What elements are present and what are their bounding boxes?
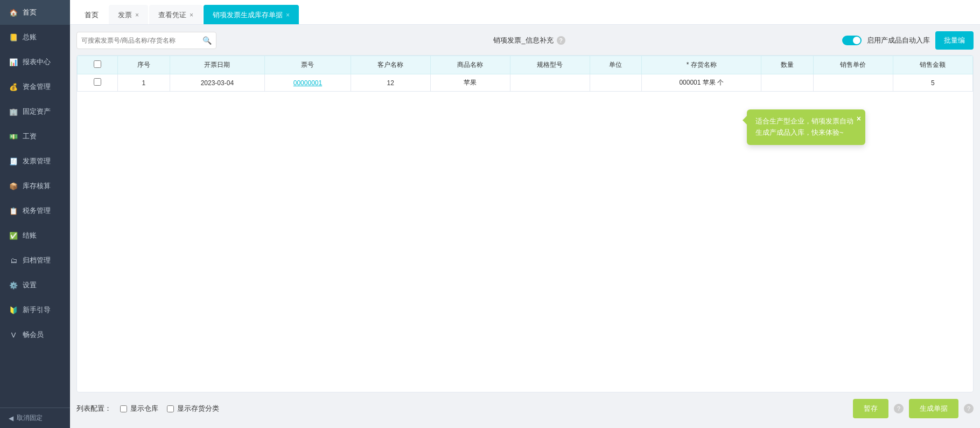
sidebar-item-label: 新手引导 bbox=[23, 305, 51, 315]
show-category-label: 显示存货分类 bbox=[177, 404, 219, 413]
tab-view-voucher[interactable]: 查看凭证 × bbox=[149, 5, 202, 24]
search-input[interactable] bbox=[81, 37, 199, 44]
sidebar-item-home[interactable]: 🏠 首页 bbox=[0, 0, 70, 25]
tab-invoice-label: 发票 bbox=[118, 10, 132, 20]
batch-button[interactable]: 批量编 bbox=[935, 31, 974, 50]
tab-sales-invoice-close[interactable]: × bbox=[286, 11, 290, 19]
right-controls: 启用产成品自动入库 批量编 bbox=[842, 31, 974, 50]
row-ticket-no[interactable]: 00000001 bbox=[265, 74, 351, 92]
sidebar-item-label: 税务管理 bbox=[23, 206, 51, 216]
col-date: 开票日期 bbox=[170, 56, 265, 74]
tab-sales-invoice-label: 销项发票生成库存单据 bbox=[213, 10, 283, 20]
bottom-bar: 列表配置： 显示仓库 显示存货分类 暂存 ? 生成单据 ? bbox=[76, 392, 974, 422]
tab-sales-invoice[interactable]: 销项发票生成库存单据 × bbox=[204, 5, 299, 24]
sidebar-item-label: 发票管理 bbox=[23, 156, 51, 166]
list-config-label: 列表配置： bbox=[76, 404, 111, 413]
sidebar-item-fund-mgmt[interactable]: 💰 资金管理 bbox=[0, 74, 70, 99]
archive-icon: 🗂 bbox=[9, 256, 18, 265]
info-help-icon[interactable]: ? bbox=[557, 36, 565, 45]
row-customer: 12 bbox=[351, 74, 430, 92]
home-icon: 🏠 bbox=[9, 8, 18, 17]
sidebar-item-archive[interactable]: 🗂 归档管理 bbox=[0, 248, 70, 273]
tab-invoice[interactable]: 发票 × bbox=[109, 5, 148, 24]
sidebar-item-payroll[interactable]: 💵 工资 bbox=[0, 124, 70, 149]
col-qty: 数量 bbox=[761, 56, 813, 74]
ledger-icon: 📒 bbox=[9, 32, 18, 42]
tab-view-voucher-label: 查看凭证 bbox=[158, 10, 186, 20]
info-section: 销项发票_信息补充 ? bbox=[493, 36, 565, 45]
generate-help-icon[interactable]: ? bbox=[964, 404, 974, 413]
sidebar-item-tax-mgmt[interactable]: 📋 税务管理 bbox=[0, 198, 70, 223]
sidebar-item-label: 报表中心 bbox=[23, 57, 51, 67]
sidebar-item-fixed-assets[interactable]: 🏢 固定资产 bbox=[0, 99, 70, 124]
sidebar-item-reports[interactable]: 📊 报表中心 bbox=[0, 50, 70, 74]
sidebar-item-inventory[interactable]: 📦 库存核算 bbox=[0, 174, 70, 198]
tab-bar: 首页 发票 × 查看凭证 × 销项发票生成库存单据 × bbox=[70, 0, 980, 25]
sidebar-item-label: 设置 bbox=[23, 280, 37, 290]
col-ticket-no: 票号 bbox=[265, 56, 351, 74]
info-title: 销项发票_信息补充 bbox=[493, 36, 553, 45]
sidebar-item-label: 畅会员 bbox=[23, 330, 44, 340]
sidebar-unpin[interactable]: ◀ 取消固定 bbox=[0, 408, 70, 428]
sidebar-item-settings[interactable]: ⚙️ 设置 bbox=[0, 273, 70, 298]
data-table: 序号 开票日期 票号 客户名称 商品名称 规格型号 单位 * 存货名称 数量 销… bbox=[77, 56, 973, 92]
settle-icon: ✅ bbox=[9, 231, 18, 240]
sidebar-item-general-ledger[interactable]: 📒 总账 bbox=[0, 25, 70, 50]
table-row: 1 2023-03-04 00000001 12 苹果 000001 苹果 个 … bbox=[78, 74, 973, 92]
sidebar-item-vip[interactable]: V 畅会员 bbox=[0, 322, 70, 347]
tooltip-popup: × 适合生产型企业，销项发票自动生成产成品入库，快来体验~ bbox=[747, 109, 865, 145]
search-box[interactable]: 🔍 bbox=[76, 32, 216, 49]
reports-icon: 📊 bbox=[9, 57, 18, 67]
row-qty bbox=[761, 74, 813, 92]
row-checkbox-cell[interactable] bbox=[78, 74, 118, 92]
guide-icon: 🔰 bbox=[9, 305, 18, 315]
col-product: 商品名称 bbox=[430, 56, 510, 74]
sidebar-item-guide[interactable]: 🔰 新手引导 bbox=[0, 298, 70, 322]
row-date: 2023-03-04 bbox=[170, 74, 265, 92]
show-warehouse-group[interactable]: 显示仓库 bbox=[120, 404, 158, 413]
col-unit-price: 销售单价 bbox=[813, 56, 893, 74]
save-help-icon[interactable]: ? bbox=[894, 404, 904, 413]
vip-icon: V bbox=[9, 330, 18, 340]
row-checkbox[interactable] bbox=[94, 78, 101, 86]
show-warehouse-label: 显示仓库 bbox=[130, 404, 158, 413]
ticket-link[interactable]: 00000001 bbox=[293, 79, 322, 87]
table-container: 序号 开票日期 票号 客户名称 商品名称 规格型号 单位 * 存货名称 数量 销… bbox=[76, 55, 974, 392]
show-warehouse-checkbox[interactable] bbox=[120, 405, 127, 412]
col-amount: 销售金额 bbox=[893, 56, 972, 74]
sidebar-item-label: 工资 bbox=[23, 132, 37, 141]
show-category-checkbox[interactable] bbox=[167, 405, 174, 412]
unpin-icon: ◀ bbox=[9, 415, 13, 422]
row-spec bbox=[510, 74, 590, 92]
row-inventory[interactable]: 000001 苹果 个 bbox=[642, 74, 761, 92]
sidebar-item-label: 库存核算 bbox=[23, 181, 51, 191]
sidebar-item-label: 首页 bbox=[23, 8, 37, 17]
content: 🔍 销项发票_信息补充 ? 启用产成品自动入库 批量编 序号 开票日期 bbox=[70, 25, 980, 428]
sidebar-item-label: 归档管理 bbox=[23, 256, 51, 265]
unpin-label: 取消固定 bbox=[17, 413, 43, 423]
row-seq: 1 bbox=[118, 74, 170, 92]
generate-button[interactable]: 生成单据 bbox=[909, 399, 958, 418]
show-category-group[interactable]: 显示存货分类 bbox=[167, 404, 219, 413]
auto-warehouse-toggle[interactable] bbox=[842, 36, 862, 45]
sidebar-item-invoice-mgmt[interactable]: 🧾 发票管理 bbox=[0, 149, 70, 174]
tab-invoice-close[interactable]: × bbox=[135, 11, 139, 19]
sidebar-item-label: 总账 bbox=[23, 32, 37, 42]
row-product: 苹果 bbox=[430, 74, 510, 92]
tab-view-voucher-close[interactable]: × bbox=[190, 11, 193, 19]
row-unit-price bbox=[813, 74, 893, 92]
bottom-actions: 暂存 ? 生成单据 ? bbox=[853, 399, 974, 418]
search-icon: 🔍 bbox=[202, 36, 212, 45]
invoice-icon: 🧾 bbox=[9, 156, 18, 166]
sidebar: 🏠 首页 📒 总账 📊 报表中心 💰 资金管理 🏢 固定资产 💵 工资 🧾 发票… bbox=[0, 0, 70, 428]
tab-home[interactable]: 首页 bbox=[75, 5, 108, 24]
tooltip-close[interactable]: × bbox=[857, 113, 861, 125]
main-area: 首页 发票 × 查看凭证 × 销项发票生成库存单据 × 🔍 销项发票_信息补充 … bbox=[70, 0, 980, 428]
sidebar-item-settle[interactable]: ✅ 结账 bbox=[0, 223, 70, 248]
sidebar-item-label: 资金管理 bbox=[23, 82, 51, 92]
select-all-checkbox[interactable] bbox=[94, 60, 101, 68]
row-unit bbox=[590, 74, 641, 92]
col-checkbox[interactable] bbox=[78, 56, 118, 74]
save-button[interactable]: 暂存 bbox=[853, 399, 888, 418]
sidebar-item-label: 固定资产 bbox=[23, 107, 51, 116]
